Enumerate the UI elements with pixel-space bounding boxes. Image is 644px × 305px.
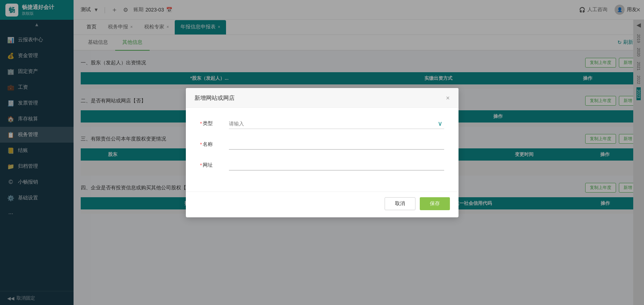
- form-row-name: * 名称: [200, 139, 444, 150]
- modal-title: 新增网站或网店: [194, 94, 235, 102]
- required-star3: *: [200, 162, 202, 168]
- modal-body: * 类型 ∨ * 名称: [186, 108, 459, 191]
- modal-footer: 取消 保存: [186, 191, 459, 217]
- type-input[interactable]: [229, 119, 444, 129]
- type-dropdown-icon[interactable]: ∨: [438, 120, 442, 128]
- modal-header: 新增网站或网店 ×: [186, 88, 459, 108]
- form-row-type: * 类型 ∨: [200, 119, 444, 129]
- type-label: * 类型: [200, 120, 222, 127]
- save-button[interactable]: 保存: [420, 197, 450, 210]
- required-star: *: [200, 121, 202, 126]
- add-website-modal: 新增网站或网店 × * 类型 ∨ *: [186, 88, 459, 217]
- name-label: * 名称: [200, 141, 222, 148]
- required-star2: *: [200, 142, 202, 147]
- name-input[interactable]: [229, 139, 444, 149]
- cancel-button[interactable]: 取消: [385, 197, 415, 210]
- modal-overlay: 新增网站或网店 × * 类型 ∨ *: [0, 0, 644, 305]
- url-input[interactable]: [229, 160, 444, 170]
- modal-close-button[interactable]: ×: [446, 94, 450, 102]
- form-row-url: * 网址: [200, 160, 444, 171]
- type-input-wrap: ∨: [229, 119, 444, 129]
- url-label: * 网址: [200, 162, 222, 168]
